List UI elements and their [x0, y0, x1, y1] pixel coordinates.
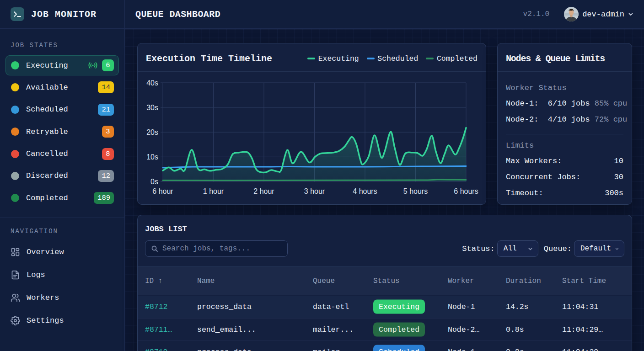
svg-text:10s: 10s: [146, 153, 158, 161]
svg-text:1 hour: 1 hour: [203, 187, 224, 195]
svg-text:0s: 0s: [150, 178, 158, 186]
svg-text:2 hour: 2 hour: [253, 187, 274, 195]
svg-text:20s: 20s: [146, 128, 158, 136]
svg-text:6 hour: 6 hour: [152, 187, 173, 195]
svg-text:6 hours: 6 hours: [454, 187, 478, 195]
svg-text:3 hour: 3 hour: [304, 187, 325, 195]
svg-text:40s: 40s: [146, 79, 158, 87]
svg-text:4 hours: 4 hours: [353, 187, 377, 195]
svg-text:5 hours: 5 hours: [403, 187, 428, 195]
svg-text:30s: 30s: [146, 104, 158, 112]
